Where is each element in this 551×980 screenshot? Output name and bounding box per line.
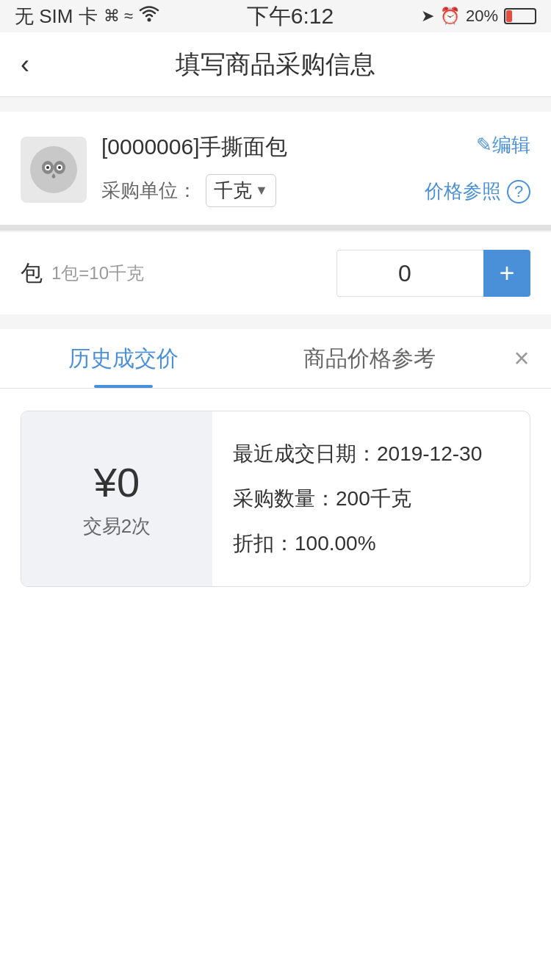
quantity-input[interactable]	[336, 250, 483, 297]
status-time: 下午6:12	[247, 1, 334, 32]
bottom-area	[0, 609, 551, 980]
product-unit-row: 采购单位： 千克 ▼	[101, 174, 287, 207]
status-right-icons: ➤ ⏰ 20%	[421, 7, 536, 26]
price-card-left: ¥0 交易2次	[21, 411, 212, 586]
tabs-section: 历史成交价 商品价格参考 × ¥0 交易2次 最近成交日期：2019-12-30…	[0, 329, 551, 609]
wifi-icon: ⌘ ≈	[104, 7, 133, 26]
section-divider	[0, 225, 551, 231]
quantity-label: 包 1包=10千克	[21, 259, 144, 289]
battery-icon	[504, 8, 536, 24]
svg-point-1	[30, 146, 77, 193]
svg-point-0	[147, 18, 151, 22]
status-carrier: 无 SIM 卡 ⌘ ≈	[15, 4, 159, 29]
quantity-input-area: +	[336, 250, 530, 297]
product-header: [0000006]手撕面包 采购单位： 千克 ▼ ✎编辑 价格参照 ?	[21, 132, 530, 207]
quantity-row: 包 1包=10千克 +	[21, 232, 530, 314]
alarm-icon: ⏰	[440, 7, 460, 26]
tab-close-button[interactable]: ×	[492, 329, 551, 388]
price-card-right: 最近成交日期：2019-12-30 采购数量：200千克 折扣：100.00%	[212, 411, 530, 586]
price-card: ¥0 交易2次 最近成交日期：2019-12-30 采购数量：200千克 折扣：…	[21, 411, 530, 587]
page-title: 填写商品采购信息	[176, 48, 375, 82]
unit-arrow-icon: ▼	[255, 183, 268, 198]
edit-button[interactable]: ✎编辑	[476, 132, 530, 158]
price-reference-button[interactable]: 价格参照 ?	[425, 179, 530, 204]
tab-price-reference[interactable]: 商品价格参考	[246, 329, 492, 388]
quantity-plus-button[interactable]: +	[483, 250, 530, 297]
price-detail-discount: 折扣：100.00%	[233, 527, 509, 561]
price-detail-quantity: 采购数量：200千克	[233, 483, 509, 516]
battery-percent: 20%	[466, 7, 498, 26]
svg-point-7	[58, 166, 61, 169]
price-amount: ¥0	[94, 458, 140, 506]
quantity-unit-badge: 包	[21, 259, 43, 289]
product-name: [0000006]手撕面包	[101, 132, 287, 162]
unit-label: 采购单位：	[101, 178, 197, 203]
tab-active-indicator	[94, 385, 153, 388]
back-button[interactable]: ‹	[21, 49, 29, 80]
tab-history-price[interactable]: 历史成交价	[0, 329, 246, 388]
svg-point-6	[46, 166, 49, 169]
price-value: 0	[117, 459, 140, 505]
unit-select[interactable]: 千克 ▼	[206, 174, 276, 207]
status-bar: 无 SIM 卡 ⌘ ≈ 下午6:12 ➤ ⏰ 20%	[0, 0, 551, 32]
nav-bar: ‹ 填写商品采购信息	[0, 32, 551, 97]
quantity-section: 包 1包=10千克 +	[0, 232, 551, 314]
help-icon: ?	[507, 180, 530, 203]
wifi-signal	[139, 6, 159, 26]
price-currency: ¥	[94, 459, 117, 505]
product-section: [0000006]手撕面包 采购单位： 千克 ▼ ✎编辑 价格参照 ?	[0, 112, 551, 225]
price-detail-date: 最近成交日期：2019-12-30	[233, 438, 509, 471]
location-icon: ➤	[421, 7, 434, 26]
tab-content: ¥0 交易2次 最近成交日期：2019-12-30 采购数量：200千克 折扣：…	[0, 389, 551, 609]
price-transaction-count: 交易2次	[83, 514, 151, 539]
product-left: [0000006]手撕面包 采购单位： 千克 ▼	[21, 132, 287, 207]
product-logo	[28, 144, 79, 195]
tabs-header: 历史成交价 商品价格参考 ×	[0, 329, 551, 389]
product-image	[21, 137, 87, 203]
quantity-conversion: 1包=10千克	[51, 262, 144, 285]
product-info: [0000006]手撕面包 采购单位： 千克 ▼	[101, 132, 287, 207]
